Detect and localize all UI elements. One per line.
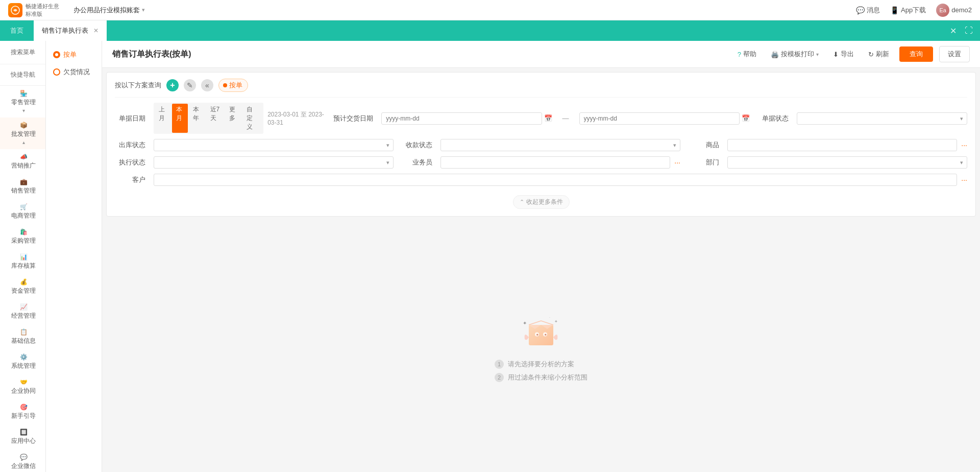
- svg-point-5: [545, 334, 546, 336]
- basic-label: 基础信息: [11, 337, 36, 345]
- wholesale-label: 批发管理: [11, 130, 36, 138]
- date-tab-last7[interactable]: 近7天: [206, 104, 225, 133]
- date-tab-last-month[interactable]: 上月: [155, 104, 171, 133]
- empty-tip-2: 2 用过滤条件来缩小分析范围: [495, 373, 587, 382]
- finance-label: 资金管理: [11, 287, 36, 295]
- date-tab-custom[interactable]: 自定义: [242, 104, 262, 133]
- date-tab-more[interactable]: 更多: [225, 104, 241, 133]
- sidebar-item-ecommerce[interactable]: 🛒 电商管理: [0, 199, 45, 224]
- apps-label: 应用中心: [11, 437, 36, 445]
- breadcrumb[interactable]: 办公用品行业模拟账套 ▾: [74, 6, 145, 15]
- goods-more-icon[interactable]: ···: [961, 141, 967, 149]
- tab-sales-exec[interactable]: 销售订单执行表 ✕: [34, 20, 107, 41]
- date-separator: —: [560, 114, 571, 122]
- tip-2-text: 用过滤条件来缩小分析范围: [508, 373, 587, 382]
- date-tabs: 上月 本月 本年 近7天 更多 自定义: [154, 103, 263, 134]
- exec-status-select[interactable]: [154, 156, 394, 169]
- customer-control: ···: [154, 174, 967, 186]
- payment-status-select[interactable]: [440, 139, 680, 151]
- calendar-start-icon[interactable]: 📅: [544, 114, 552, 122]
- tab-fullscreen-icon[interactable]: ⛶: [963, 24, 975, 37]
- schema-add-button[interactable]: +: [166, 79, 179, 91]
- collapse-button[interactable]: ⌃ 收起更多条件: [513, 195, 570, 209]
- filter-row-1: 单据日期 上月 本月 本年 近7天 更多 自定义 2023-03-01 至 20…: [115, 103, 967, 134]
- customer-more-icon[interactable]: ···: [961, 176, 967, 184]
- date-tab-this-month[interactable]: 本月: [172, 104, 188, 133]
- debt-dot-icon: [53, 68, 60, 76]
- salesperson-control: ···: [440, 156, 680, 169]
- sidebar: 搜索菜单 快捷导航 🏪 零售管理 ▾ 📦 批发管理 ▴ 📣 营销推广 💼 销售管…: [0, 41, 46, 472]
- dept-select[interactable]: [727, 156, 967, 169]
- print-label: 按模板打印: [781, 50, 814, 59]
- export-button[interactable]: ⬇ 导出: [829, 48, 858, 61]
- tab-home[interactable]: 首页: [0, 20, 34, 41]
- status-label: 单据状态: [758, 114, 789, 123]
- sidebar-item-enterprise[interactable]: 🤝 企业协同: [0, 374, 45, 399]
- calendar-end-icon[interactable]: 📅: [742, 114, 750, 122]
- schema-edit-button[interactable]: ✎: [184, 79, 196, 91]
- app-download-icon: 📱: [890, 6, 899, 14]
- schema-tag-label: 按单: [229, 81, 242, 90]
- delivery-status-select[interactable]: [154, 139, 394, 151]
- sidebar-item-wholesale[interactable]: 📦 批发管理 ▴: [0, 117, 45, 149]
- inventory-icon: 📊: [20, 253, 28, 261]
- sidebar-item-newbie[interactable]: 🎯 新手引导: [0, 399, 45, 424]
- schema-collapse-button[interactable]: «: [201, 79, 213, 91]
- sidebar-item-apps[interactable]: 🔲 应用中心: [0, 424, 45, 450]
- date-tab-this-year[interactable]: 本年: [189, 104, 205, 133]
- sidebar-item-marketing[interactable]: 📣 营销推广: [0, 149, 45, 174]
- logo-text: 畅捷通好生意 标准版: [26, 3, 59, 17]
- tab-close-all-icon[interactable]: ✕: [948, 24, 959, 38]
- tip-1-text: 请先选择要分析的方案: [508, 360, 574, 369]
- svg-text:·: ·: [549, 316, 550, 319]
- expected-date-start-wrap: 📅: [381, 112, 552, 125]
- refresh-button[interactable]: ↻ 刷新: [864, 48, 893, 61]
- customer-input[interactable]: [154, 174, 957, 186]
- settings-button[interactable]: 设置: [939, 46, 970, 62]
- app-download-action[interactable]: 📱 App下载: [890, 6, 926, 15]
- user-action[interactable]: Ea demo2: [936, 4, 972, 17]
- sidebar-item-sales[interactable]: 💼 销售管理: [0, 174, 45, 199]
- delivery-status-select-wrap: [154, 139, 394, 151]
- status-select[interactable]: [797, 112, 967, 125]
- expected-date-end-input[interactable]: [579, 112, 740, 125]
- marketing-icon: 📣: [20, 153, 28, 160]
- marketing-label: 营销推广: [11, 161, 36, 170]
- main-content: 按以下方案查询 + ✎ « 按单 单据日期 上月 本月: [102, 68, 980, 472]
- sidebar-item-system[interactable]: ⚙️ 系统管理: [0, 349, 45, 374]
- goods-input[interactable]: [727, 139, 957, 151]
- operations-label: 经营管理: [11, 312, 36, 320]
- salesperson-more-icon[interactable]: ···: [674, 158, 680, 167]
- sidebar-nav-label[interactable]: 快捷导航: [0, 67, 45, 82]
- main-layout: 搜索菜单 快捷导航 🏪 零售管理 ▾ 📦 批发管理 ▴ 📣 营销推广 💼 销售管…: [0, 41, 980, 472]
- home-tab-label: 首页: [10, 26, 23, 35]
- tab-bar: 首页 销售订单执行表 ✕ ✕ ⛶: [0, 20, 980, 41]
- sub-sidebar-item-debt[interactable]: 欠货情况: [46, 63, 102, 81]
- search-button[interactable]: 查询: [899, 46, 933, 62]
- sub-sidebar: 按单 欠货情况: [46, 41, 102, 472]
- tab-close-icon[interactable]: ✕: [93, 27, 99, 34]
- sidebar-item-purchase[interactable]: 🛍️ 采购管理: [0, 224, 45, 249]
- help-button[interactable]: ? 帮助: [733, 48, 761, 61]
- sidebar-item-basic[interactable]: 📋 基础信息: [0, 324, 45, 349]
- empty-tip-1: 1 请先选择要分析的方案: [495, 360, 587, 369]
- sub-sidebar-item-order[interactable]: 按单: [46, 46, 102, 63]
- sidebar-item-finance[interactable]: 💰 资金管理: [0, 274, 45, 299]
- payment-status-select-wrap: [440, 139, 680, 151]
- print-button[interactable]: 🖨️ 按模板打印 ▾: [767, 48, 823, 61]
- sidebar-item-retail[interactable]: 🏪 零售管理 ▾: [0, 86, 45, 117]
- expected-date-start-input[interactable]: [381, 112, 542, 125]
- user-label: demo2: [951, 6, 972, 14]
- svg-point-4: [536, 334, 538, 336]
- sidebar-item-operations[interactable]: 📈 经营管理: [0, 299, 45, 324]
- breadcrumb-text: 办公用品行业模拟账套: [74, 6, 140, 15]
- sidebar-item-inventory[interactable]: 📊 库存核算: [0, 249, 45, 274]
- sidebar-search-label[interactable]: 搜索菜单: [4, 45, 41, 60]
- wechat-icon: 💬: [20, 454, 28, 461]
- salesperson-input[interactable]: [440, 156, 670, 169]
- filter-row-4: 客户 ···: [115, 174, 967, 186]
- exec-status-label: 执行状态: [115, 158, 145, 167]
- tip-2-num: 2: [495, 373, 504, 382]
- sidebar-item-wechat[interactable]: 💬 企业微信: [0, 450, 45, 472]
- message-action[interactable]: 💬 消息: [856, 6, 880, 15]
